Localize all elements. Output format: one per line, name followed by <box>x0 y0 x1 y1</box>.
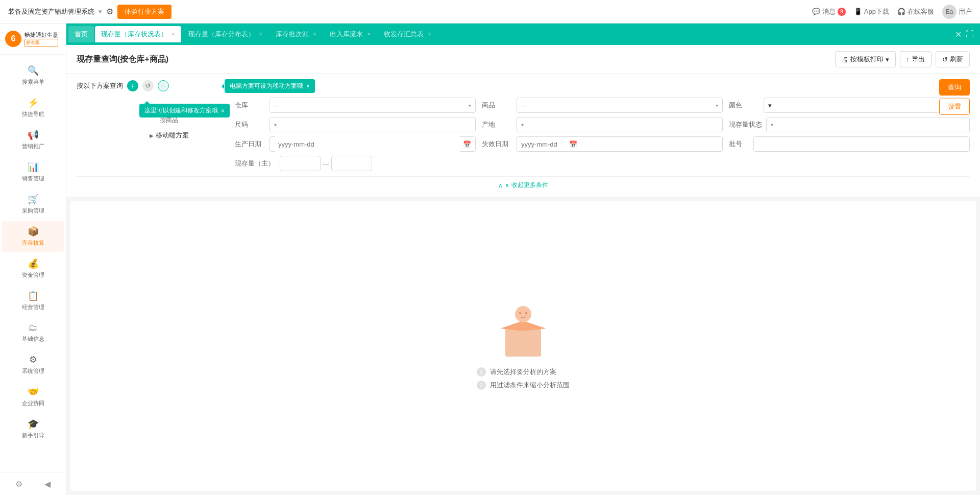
stock-status-label: 现存量状态 <box>729 120 762 129</box>
qty-to-input[interactable] <box>331 156 372 171</box>
size-field: 尺码 ▾ <box>235 117 476 132</box>
finance-icon: 💰 <box>28 258 39 269</box>
template-print-button[interactable]: 🖨 按模板打印 ▾ <box>835 51 896 67</box>
origin-select[interactable]: ▾ <box>517 117 723 132</box>
sidebar-item-guide[interactable]: 🎓 新手引导 <box>2 413 64 444</box>
stock-status-select[interactable]: ▾ <box>766 117 970 132</box>
stock-status-select-display[interactable]: ▾ <box>766 117 970 132</box>
filter-row-1: 仓库 ··· ▾ 商品 <box>156 98 970 113</box>
system-dropdown-icon[interactable]: ▾ <box>99 8 102 15</box>
expire-date-from[interactable] <box>521 140 567 148</box>
goods-select[interactable]: ··· ▾ <box>517 98 723 113</box>
produce-date-range[interactable]: 📅 <box>270 136 476 152</box>
app-download-button[interactable]: 📱 App下载 <box>854 7 889 16</box>
tab-inventory-status-label: 现存量（库存状况表） <box>101 30 167 39</box>
sidebar-item-search[interactable]: 🔍 搜索菜单 <box>2 60 64 91</box>
tab-close-inventory-dist[interactable]: × <box>259 31 262 38</box>
collapse-label: 收起更多条件 <box>511 181 548 190</box>
refresh-icon: ↺ <box>942 56 948 63</box>
tab-close-inout-flow[interactable]: × <box>367 31 371 38</box>
sidebar-item-basic[interactable]: 🗂 基础信息 <box>2 317 64 348</box>
tab-inventory-dist[interactable]: 现存量（库存分布表） × <box>182 26 268 42</box>
tab-inventory-dist-label: 现存量（库存分布表） <box>188 30 255 39</box>
reset-button[interactable]: 设置 <box>939 99 970 115</box>
sidebar-item-finance[interactable]: 💰 资金管理 <box>2 253 64 284</box>
collapse-button[interactable]: ∧ ∧ 收起更多条件 <box>498 181 548 190</box>
tab-expand-btn[interactable]: ⛶ <box>966 30 974 39</box>
collapse-up-icon: ∧ ∧ <box>498 182 509 189</box>
mobile-scheme-title[interactable]: ▶ 移动端方案 <box>145 129 217 142</box>
logo-icon: 6 <box>5 31 21 47</box>
export-button[interactable]: ↑ 导出 <box>900 51 932 67</box>
user-menu[interactable]: Ea 用户 <box>942 5 972 19</box>
message-button[interactable]: 💬 消息 9 <box>812 7 846 16</box>
origin-select-display[interactable]: ▾ <box>517 117 723 132</box>
warehouse-select[interactable]: ··· ▾ <box>270 98 476 113</box>
quick-icon: ⚡ <box>28 97 39 108</box>
filter-refresh-btn[interactable]: ↺ <box>142 80 154 91</box>
tab-collect-summary-label: 收发存汇总表 <box>384 30 424 39</box>
message-icon: 💬 <box>812 8 820 15</box>
expire-date-field: 失效日期 📅 <box>482 136 723 152</box>
expire-date-label: 失效日期 <box>482 139 512 149</box>
sidebar-item-quick[interactable]: ⚡ 快捷导航 <box>2 92 64 123</box>
goods-select-display[interactable]: ··· ▾ <box>517 98 723 113</box>
sidebar-item-purchase[interactable]: 🛒 采购管理 <box>2 188 64 220</box>
trial-button[interactable]: 体验行业方案 <box>117 5 172 19</box>
tab-inventory-status[interactable]: 现存量（库存状况表） × <box>95 26 181 42</box>
tab-actions: ✕ ⛶ <box>955 30 978 39</box>
produce-date-from[interactable] <box>274 136 461 152</box>
online-support-button[interactable]: 🎧 在线客服 <box>897 7 934 16</box>
user-label: 用户 <box>959 7 972 16</box>
export-icon: ↑ <box>906 56 910 63</box>
sidebar-item-system[interactable]: ⚙ 系统管理 <box>2 349 64 380</box>
warehouse-field: 仓库 ··· ▾ <box>235 98 476 113</box>
tab-batch-account-label: 库存批次账 <box>276 30 309 39</box>
sidebar-item-operation[interactable]: 📋 经营管理 <box>2 285 64 316</box>
stock-status-arrow-icon: ▾ <box>771 122 773 128</box>
tab-home-label: 首页 <box>75 30 88 39</box>
settings-button[interactable]: ⚙ <box>106 7 113 16</box>
sidebar-item-enterprise[interactable]: 🤝 企业协同 <box>2 381 64 412</box>
sidebar-label-finance: 资金管理 <box>22 271 44 279</box>
goods-arrow-icon: ▾ <box>716 103 718 108</box>
warehouse-select-display[interactable]: ··· ▾ <box>270 98 476 113</box>
tab-close-all-btn[interactable]: ✕ <box>955 30 962 39</box>
empty-tip-1: 1 请先选择要分析的方案 <box>477 367 570 376</box>
sidebar-item-marketing[interactable]: 📢 营销推广 <box>2 124 64 155</box>
page-actions: 🖨 按模板打印 ▾ ↑ 导出 ↺ 刷新 <box>835 51 970 67</box>
filter-add-btn[interactable]: + <box>127 80 138 91</box>
tab-collect-summary[interactable]: 收发存汇总表 × <box>378 26 437 42</box>
tab-home[interactable]: 首页 <box>68 26 94 42</box>
print-arrow-icon: ▾ <box>886 56 889 63</box>
sidebar-collapse-btn[interactable]: ◀ <box>44 479 51 489</box>
logo-text: 畅捷通好生意 <box>24 31 58 38</box>
qty-from-input[interactable] <box>280 156 321 171</box>
search-button[interactable]: 查询 <box>939 79 970 96</box>
mobile-scheme-section: ▶ 移动端方案 <box>145 129 217 142</box>
batch-label: 批号 <box>729 139 749 149</box>
tip-text-2: 用过滤条件来缩小分析范围 <box>490 381 570 390</box>
tab-close-collect-summary[interactable]: × <box>428 31 431 38</box>
system-icon: ⚙ <box>29 354 37 365</box>
sidebar-item-inventory[interactable]: 📦 库存核算 <box>2 221 64 252</box>
edit-tooltip-close[interactable]: × <box>221 107 225 114</box>
sidebar-settings-btn[interactable]: ⚙ <box>15 479 22 489</box>
user-avatar: Ea <box>942 5 957 19</box>
expire-date-range[interactable]: 📅 <box>517 136 723 152</box>
sidebar-item-sales[interactable]: 📊 销售管理 <box>2 156 64 187</box>
batch-input[interactable] <box>753 136 970 152</box>
mobile-scheme-label: 移动端方案 <box>156 131 189 140</box>
size-select[interactable]: ▾ <box>270 117 476 132</box>
filter-back-btn[interactable]: ← <box>158 80 169 91</box>
tab-close-batch-account[interactable]: × <box>313 31 316 38</box>
tab-inout-flow[interactable]: 出入库流水 × <box>324 26 377 42</box>
refresh-button[interactable]: ↺ 刷新 <box>936 51 970 67</box>
warehouse-more-icon: ··· <box>274 102 280 109</box>
size-select-display[interactable]: ▾ <box>270 117 476 132</box>
sidebar-bottom: ⚙ ◀ <box>0 473 66 495</box>
sidebar-label-inventory: 库存核算 <box>22 239 44 247</box>
scheme-tooltip-close[interactable]: × <box>306 83 310 90</box>
tab-batch-account[interactable]: 库存批次账 × <box>270 26 323 42</box>
tab-close-inventory-status[interactable]: × <box>172 31 175 38</box>
